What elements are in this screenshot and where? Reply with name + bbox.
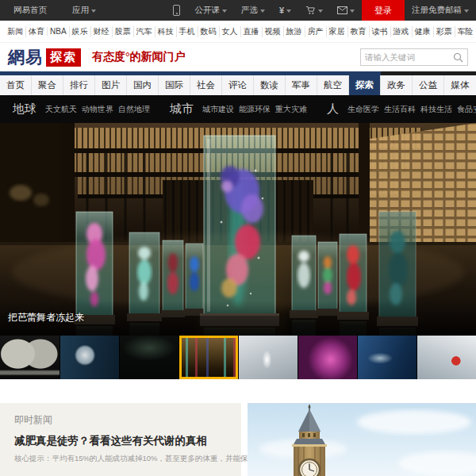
chevron-down-icon [91, 10, 96, 13]
tab-juhe[interactable]: 聚合 [32, 75, 63, 95]
chevron-down-icon [350, 10, 355, 13]
channel-strip: 新闻 体育 NBA 娱乐 财经 股票 汽车 科技 手机 数码 女人 直播 视频 … [0, 21, 476, 43]
thumbnail-frozen-dancers-selected[interactable] [178, 336, 238, 379]
channel-link[interactable]: 家居 [326, 26, 347, 37]
search-box [360, 48, 468, 66]
section-logo-badge: 探索 [46, 48, 81, 67]
chevron-down-icon [222, 10, 227, 13]
channel-link[interactable]: 汽车 [133, 26, 155, 37]
subnav-link[interactable]: 天文航天 [45, 104, 77, 115]
channel-link[interactable]: 股票 [112, 26, 133, 37]
tab-world[interactable]: 国际 [159, 75, 190, 95]
slogan: 有态度°的新闻门户 [92, 50, 186, 64]
thumbnail-underwater-shark[interactable] [357, 336, 416, 379]
main-nav: 首页 聚合 排行 图片 国内 国际 社会 评论 数读 军事 航空 探索 政务 公… [0, 75, 476, 95]
subnav-link[interactable]: 生命医学 [347, 104, 379, 115]
topbar: 网易首页 应用 公开课 严选 ¥ [0, 0, 476, 21]
channel-link[interactable]: NBA [47, 27, 69, 36]
channel-link[interactable]: 旅游 [283, 26, 305, 37]
subnav-link[interactable]: 动物世界 [82, 104, 113, 115]
subnav-link[interactable]: 自然地理 [118, 104, 150, 115]
channel-link[interactable]: 科技 [155, 26, 176, 37]
channel-link[interactable]: 女人 [219, 26, 240, 37]
sub-nav: 地球 天文航天 动物世界 自然地理 城市 城市建设 能源环保 重大灾难 人 生命… [0, 95, 476, 123]
mail-menu[interactable] [330, 0, 362, 21]
tab-ranking[interactable]: 排行 [63, 75, 95, 95]
netease-home-link[interactable]: 网易首页 [6, 5, 54, 16]
mail-icon [337, 6, 347, 14]
tab-charity[interactable]: 公益 [413, 75, 444, 95]
page: 网易首页 应用 公开课 严选 ¥ [0, 0, 476, 476]
bottom-section: 即时新闻 减肥真是徒劳？看看这些有关代谢的真相 核心提示：平均有15%的人能成功… [0, 379, 476, 476]
chevron-down-icon [286, 10, 291, 13]
chevron-down-icon [260, 10, 265, 13]
channel-link[interactable]: 教育 [347, 26, 369, 37]
subnav-title-earth[interactable]: 地球 [13, 102, 36, 117]
channel-link[interactable]: 健康 [412, 26, 433, 37]
mobile-app-button[interactable] [166, 0, 187, 21]
news-summary: 核心提示：平均有15%的人能成功减掉10%，甚至更多的体重，并能保持不反弹。 [14, 454, 227, 464]
tab-home[interactable]: 首页 [0, 75, 32, 95]
app-menu-label: 应用 [72, 5, 89, 16]
channel-link[interactable]: 房产 [305, 26, 326, 37]
yanxuan-menu[interactable]: 严选 [234, 0, 272, 21]
thumbnail-arctic-animal[interactable] [238, 336, 298, 379]
app-menu[interactable]: 应用 [65, 5, 103, 16]
subnav-link[interactable]: 科技生活 [420, 104, 452, 115]
channel-link[interactable]: 体育 [25, 26, 47, 37]
thumbnail-snow-climber[interactable] [416, 336, 476, 379]
channel-link[interactable]: 手机 [176, 26, 198, 37]
tab-society[interactable]: 社会 [190, 75, 222, 95]
tab-explore-active[interactable]: 探索 [349, 75, 381, 95]
site-logo[interactable]: 網易 探索 [8, 46, 81, 68]
subnav-link[interactable]: 能源环保 [239, 104, 271, 115]
hero-caption: 把芭蕾舞者冻起来 [8, 311, 84, 324]
thumbnail-night-sky[interactable] [119, 336, 178, 379]
hero-image[interactable]: 把芭蕾舞者冻起来 [0, 123, 476, 336]
chevron-down-icon [318, 10, 323, 13]
channel-link[interactable]: 视频 [262, 26, 283, 37]
tab-data[interactable]: 数读 [254, 75, 286, 95]
masthead: 網易 探索 有态度°的新闻门户 [0, 43, 476, 71]
open-course-label: 公开课 [194, 5, 220, 16]
instant-news-label: 即时新闻 [14, 413, 227, 427]
tab-comment[interactable]: 评论 [222, 75, 254, 95]
register-label: 注册免费邮箱 [412, 5, 462, 16]
channel-link[interactable]: 新闻 [5, 26, 25, 37]
subnav-link[interactable]: 生活百科 [384, 104, 416, 115]
channel-link[interactable]: 读书 [369, 26, 390, 37]
tab-military[interactable]: 军事 [286, 75, 317, 95]
channel-link[interactable]: 车险 [455, 26, 476, 37]
channel-link[interactable]: 彩票 [433, 26, 455, 37]
channel-link[interactable]: 娱乐 [69, 26, 90, 37]
login-button[interactable]: 登录 [362, 0, 405, 21]
tab-gov[interactable]: 政务 [381, 75, 413, 95]
tab-domestic[interactable]: 国内 [127, 75, 159, 95]
finance-menu[interactable]: ¥ [272, 0, 298, 21]
subnav-link[interactable]: 重大灾难 [275, 104, 307, 115]
phone-icon [173, 5, 180, 16]
channel-link[interactable]: 财经 [90, 26, 112, 37]
cart-menu[interactable] [298, 0, 330, 21]
thumbnail-shark-face[interactable] [60, 336, 119, 379]
search-input[interactable] [365, 52, 453, 62]
thumbnail-xray-scan[interactable] [0, 336, 60, 379]
subnav-title-city[interactable]: 城市 [170, 102, 194, 117]
search-icon[interactable] [453, 52, 463, 63]
subnav-link[interactable]: 食品安全 [457, 104, 476, 115]
news-headline-link[interactable]: 减肥真是徒劳？看看这些有关代谢的真相 [14, 434, 227, 448]
tab-photo[interactable]: 图片 [95, 75, 127, 95]
register-mailbox-link[interactable]: 注册免费邮箱 [405, 0, 476, 21]
thumbnail-pink-room[interactable] [298, 336, 357, 379]
bigben-artwork [248, 403, 476, 476]
channel-link[interactable]: 游戏 [390, 26, 412, 37]
channel-link[interactable]: 直播 [240, 26, 262, 37]
subnav-title-human[interactable]: 人 [327, 102, 339, 117]
open-course-menu[interactable]: 公开课 [187, 0, 234, 21]
tab-media[interactable]: 媒体 [444, 75, 476, 95]
chevron-down-icon [464, 10, 469, 13]
subnav-link[interactable]: 城市建设 [202, 104, 234, 115]
channel-link[interactable]: 数码 [198, 26, 219, 37]
tab-aviation[interactable]: 航空 [317, 75, 349, 95]
feature-photo-bigben[interactable] [248, 403, 476, 476]
